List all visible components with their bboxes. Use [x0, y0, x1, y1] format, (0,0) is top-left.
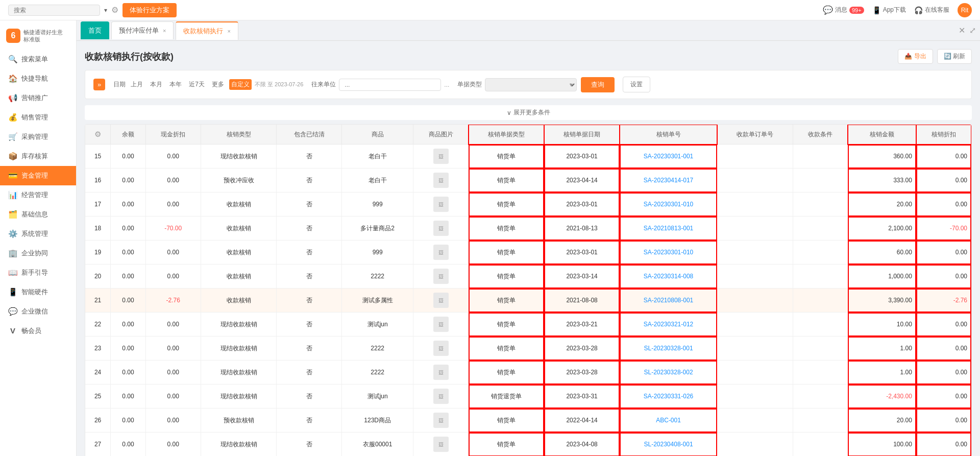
settings-button[interactable]: 设置	[623, 77, 650, 92]
sidebar-item-ops[interactable]: 📊 经营管理	[0, 185, 76, 205]
custom-date-btn[interactable]: 自定义	[229, 79, 252, 90]
cell-cancel-doc-no[interactable]: SA-20230321-012	[620, 313, 717, 337]
goods-image: 🖼	[433, 365, 449, 380]
sidebar-item-basic[interactable]: 🗂️ 基础信息	[0, 205, 76, 224]
cell-cancel-discount: -2.76	[916, 289, 971, 313]
filter-bar: » 日期 上月 本月 本年 近7天 更多 自定义 不限 至 2023-07-26…	[85, 70, 972, 99]
cell-cancel-doc-no[interactable]: SA-20230331-026	[620, 385, 717, 409]
search-input[interactable]	[8, 5, 100, 16]
filter-expand-button[interactable]: »	[93, 79, 105, 90]
expand-more-row[interactable]: ∨ 展开更多条件	[85, 105, 972, 120]
app-download[interactable]: 📱 App下载	[872, 6, 906, 14]
table-settings-icon[interactable]: ⚙	[94, 130, 101, 138]
cell-cash-discount: 0.00	[145, 145, 201, 169]
this-month-btn[interactable]: 本月	[148, 79, 164, 90]
cell-receipt-order-no	[717, 409, 793, 433]
cell-cancel-doc-no[interactable]: SA-20230414-017	[620, 169, 717, 193]
cell-balance: 0.00	[111, 193, 145, 217]
tab-home[interactable]: 首页	[81, 21, 109, 39]
online-service[interactable]: 🎧 在线客服	[914, 6, 949, 14]
th-settings[interactable]: ⚙	[85, 125, 111, 145]
cell-cancel-doc-no[interactable]: SL-20230408-001	[620, 433, 717, 457]
wechat-icon: 💬	[8, 307, 17, 316]
cell-goods: 老白干	[342, 145, 413, 169]
th-cancel-doc-no: 核销单号	[620, 125, 717, 145]
cell-cancel-type: 预收款核销	[201, 409, 276, 433]
cell-cancel-doc-no[interactable]: SA-20210808-001	[620, 289, 717, 313]
last-month-btn[interactable]: 上月	[129, 79, 145, 90]
cell-cancel-doc-no[interactable]: SA-20210813-001	[620, 217, 717, 241]
cell-cash-discount: -70.00	[145, 217, 201, 241]
sidebar-item-quick-nav[interactable]: 🏠 快捷导航	[0, 69, 76, 88]
cell-cancel-type: 收款核销	[201, 289, 276, 313]
cell-receipt-condition	[793, 193, 848, 217]
ops-icon: 📊	[8, 190, 17, 200]
cell-cancel-doc-no[interactable]: SL-20230328-002	[620, 361, 717, 385]
partner-filter: 往来单位 ...	[311, 79, 449, 91]
dropdown-arrow[interactable]: ▾	[104, 7, 107, 14]
query-button[interactable]: 查询	[581, 77, 615, 92]
export-button[interactable]: 📤 导出	[898, 49, 933, 64]
cell-cancel-doc-no[interactable]: SL-20230328-001	[620, 337, 717, 361]
cell-cancel-doc-no[interactable]: SA-20230301-010	[620, 241, 717, 265]
sidebar-item-purchase[interactable]: 🛒 采购管理	[0, 127, 76, 147]
cell-cancel-doc-type: 销货单	[469, 337, 544, 361]
this-year-btn[interactable]: 本年	[167, 79, 184, 90]
cell-receipt-condition	[793, 361, 848, 385]
page-actions: 📤 导出 🔄 刷新	[898, 49, 972, 64]
cell-no: 16	[85, 169, 111, 193]
notification-area[interactable]: 💬 消息 99+	[823, 5, 864, 15]
sidebar-item-finance[interactable]: 💳 资金管理	[0, 166, 76, 185]
sidebar-item-corp[interactable]: 🏢 企业协同	[0, 244, 76, 263]
doc-type-select[interactable]	[485, 78, 577, 91]
tab-close-all-button[interactable]: ✕	[959, 26, 965, 35]
refresh-button[interactable]: 🔄 刷新	[937, 49, 972, 64]
cell-cancel-doc-no[interactable]: ABC-001	[620, 409, 717, 433]
cell-receipt-order-no	[717, 241, 793, 265]
cell-receipt-condition	[793, 313, 848, 337]
cell-goods: 老白干	[342, 169, 413, 193]
sidebar-item-system[interactable]: ⚙️ 系统管理	[0, 224, 76, 244]
partner-input[interactable]	[339, 79, 441, 91]
th-goods: 商品	[342, 125, 413, 145]
sidebar-item-guide[interactable]: 📖 新手引导	[0, 263, 76, 282]
sidebar-item-inventory[interactable]: 📦 库存核算	[0, 147, 76, 166]
gear-icon[interactable]: ⚙	[111, 5, 118, 15]
prepay-tab-close[interactable]: ×	[163, 28, 166, 34]
last-7days-btn[interactable]: 近7天	[187, 79, 207, 90]
cell-receipt-order-no	[717, 337, 793, 361]
tab-prepay[interactable]: 预付冲应付单 ×	[111, 21, 174, 39]
sidebar-item-label: 企业协同	[21, 249, 48, 258]
doc-type-label: 单据类型	[457, 80, 482, 89]
sidebar-item-hardware[interactable]: 📱 智能硬件	[0, 282, 76, 302]
th-cancel-doc-type: 核销单据类型	[469, 125, 544, 145]
sidebar-item-label: 基础信息	[21, 210, 48, 219]
cell-receipt-condition	[793, 385, 848, 409]
search-menu-icon: 🔍	[8, 55, 17, 64]
tab-receive[interactable]: 收款核销执行 ×	[176, 21, 238, 40]
table-row: 23 0.00 0.00 现结收款核销 否 2222 🖼 销货单 2023-03…	[85, 337, 971, 361]
user-avatar[interactable]: Rit	[958, 3, 972, 17]
sidebar-item-wechat[interactable]: 💬 企业微信	[0, 302, 76, 321]
tab-expand-button[interactable]: ⤢	[969, 26, 976, 35]
cell-cancel-doc-no[interactable]: SA-20230314-008	[620, 265, 717, 289]
top-bar-right: 💬 消息 99+ 📱 App下载 🎧 在线客服 Rit	[823, 3, 972, 17]
more-date-btn[interactable]: 更多	[210, 79, 226, 90]
top-bar: ▾ ⚙ 体验行业方案 💬 消息 99+ 📱 App下载 🎧 在线客服 Rit	[0, 0, 980, 20]
cell-balance: 0.00	[111, 169, 145, 193]
cell-cancel-doc-no[interactable]: SA-20230301-010	[620, 193, 717, 217]
cell-cancel-doc-no[interactable]: SA-20230301-001	[620, 145, 717, 169]
sidebar-item-member[interactable]: V 畅会员	[0, 321, 76, 341]
cell-balance: 0.00	[111, 265, 145, 289]
cell-goods-img: 🖼	[413, 145, 468, 169]
cell-receipt-condition	[793, 433, 848, 457]
sidebar-item-marketing[interactable]: 📢 营销推广	[0, 88, 76, 108]
sidebar-item-sales[interactable]: 💰 销售管理	[0, 108, 76, 127]
receive-tab-close[interactable]: ×	[227, 28, 230, 34]
main-panel: 首页 预付冲应付单 × 收款核销执行 × ✕ ⤢ 收款核销执行(按收款)	[77, 20, 980, 456]
sidebar-item-label: 企业微信	[21, 307, 48, 316]
cell-goods-img: 🖼	[413, 289, 468, 313]
industry-button[interactable]: 体验行业方案	[122, 3, 177, 17]
sidebar-item-search-menu[interactable]: 🔍 搜索菜单	[0, 50, 76, 69]
filter-more-dots[interactable]: ...	[444, 81, 449, 88]
